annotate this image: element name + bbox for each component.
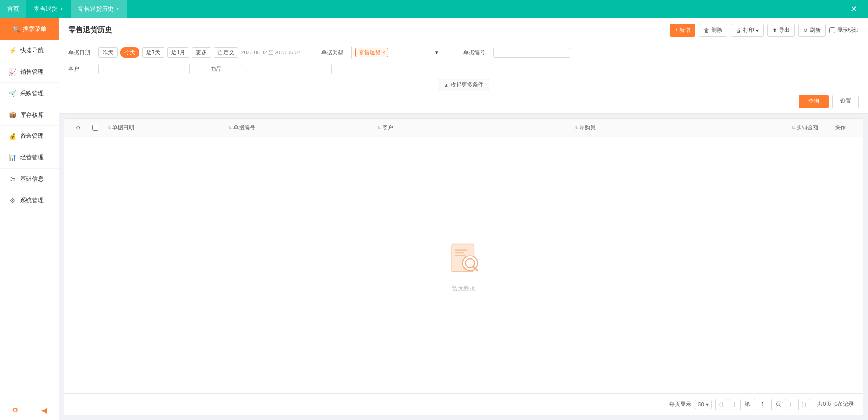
page-size-label: 每页显示 bbox=[669, 400, 691, 408]
tab-home[interactable]: 首页 bbox=[0, 0, 26, 18]
page-label: 第 bbox=[745, 400, 750, 408]
customer-filter-label: 客户 bbox=[68, 65, 91, 73]
sidebar-bottom: ⚙ ◀ bbox=[0, 400, 59, 420]
sidebar-item-sales[interactable]: 📈 销售管理 bbox=[0, 61, 59, 83]
date-filter-label: 单据日期 bbox=[68, 49, 91, 56]
delete-button[interactable]: 🗑 删除 bbox=[699, 24, 727, 37]
main-content: 零售退货历史 + 新增 🗑 删除 🖨 打印 ▾ ⬆ 导出 bbox=[59, 18, 868, 420]
next-page-button[interactable]: ⟩ bbox=[785, 399, 796, 410]
type-filter-label: 单据类型 bbox=[321, 49, 344, 56]
finance-icon: 💰 bbox=[8, 132, 16, 140]
sidebar-item-operations[interactable]: 📊 经营管理 bbox=[0, 147, 59, 169]
th-customer[interactable]: ⇅ 客户 bbox=[374, 124, 570, 132]
page-size-chevron: ▾ bbox=[706, 401, 709, 408]
top-bar-right: ✕ bbox=[847, 4, 868, 14]
table-body: 暂无数据 bbox=[64, 137, 863, 393]
type-tag: 零售退货 × bbox=[355, 48, 388, 57]
th-checkbox[interactable] bbox=[87, 125, 103, 131]
empty-state: 暂无数据 bbox=[443, 238, 484, 292]
date-btn-today[interactable]: 今天 bbox=[120, 47, 139, 58]
tab-retail-return[interactable]: 零售退货 × bbox=[26, 0, 71, 18]
export-button[interactable]: ⬆ 导出 bbox=[767, 24, 795, 37]
query-buttons-row: 查询 设置 bbox=[68, 95, 859, 113]
type-tag-close[interactable]: × bbox=[382, 50, 385, 55]
sort-number-icon: ⇅ bbox=[228, 125, 232, 130]
th-guide[interactable]: ⇅ 导购员 bbox=[570, 124, 720, 132]
customer-filter-select[interactable]: ... bbox=[98, 64, 190, 74]
voucher-filter-label: 单据编号 bbox=[463, 49, 486, 56]
filter-row-2: 客户 ... 商品 ... bbox=[68, 64, 859, 74]
table-header: ⚙ ⇅ 单据日期 ⇅ 单据编号 ⇅ 客户 ⇅ bbox=[64, 119, 863, 137]
print-chevron-icon: ▾ bbox=[756, 27, 759, 34]
page-size-select[interactable]: 50 ▾ bbox=[695, 400, 712, 409]
new-button[interactable]: + 新增 bbox=[670, 24, 695, 37]
sidebar-item-system[interactable]: ⚙ 系统管理 bbox=[0, 190, 59, 211]
sidebar-item-basic-info[interactable]: 🗂 基础信息 bbox=[0, 169, 59, 190]
th-number[interactable]: ⇅ 单据编号 bbox=[225, 124, 374, 132]
toolbar: + 新增 🗑 删除 🖨 打印 ▾ ⬆ 导出 ↺ bbox=[670, 24, 859, 37]
date-btn-more[interactable]: 更多 bbox=[192, 47, 211, 58]
operations-icon: 📊 bbox=[8, 154, 16, 162]
th-amount[interactable]: ⇅ 实销金额 bbox=[720, 124, 822, 132]
voucher-filter-input[interactable] bbox=[493, 48, 570, 58]
date-filter-group: 昨天 今天 近7天 近1月 更多 自定义 2023-06-02 至 2023-0… bbox=[98, 47, 300, 58]
quick-nav-icon: ⚡ bbox=[8, 46, 16, 55]
show-detail-checkbox[interactable] bbox=[829, 27, 835, 33]
last-page-button[interactable]: ⟩⟩ bbox=[798, 399, 810, 410]
page-header-filter: 零售退货历史 + 新增 🗑 删除 🖨 打印 ▾ ⬆ 导出 bbox=[59, 18, 868, 114]
show-detail-checkbox-label[interactable]: 显示明细 bbox=[829, 26, 859, 34]
collapse-sidebar-icon[interactable]: ◀ bbox=[41, 406, 47, 415]
query-button[interactable]: 查询 bbox=[799, 95, 829, 108]
tab-retail-return-history[interactable]: 零售退货历史 × bbox=[71, 0, 127, 18]
empty-illustration bbox=[443, 238, 484, 279]
date-btn-7days[interactable]: 近7天 bbox=[142, 47, 164, 58]
tab-list: 首页 零售退货 × 零售退货历史 × bbox=[0, 0, 847, 18]
close-retail-return-tab[interactable]: × bbox=[60, 6, 63, 12]
date-range-display: 2023-06-02 至 2023-06-02 bbox=[241, 49, 300, 56]
prev-page-button[interactable]: ⟨ bbox=[729, 399, 741, 410]
th-settings[interactable]: ⚙ bbox=[69, 125, 87, 131]
goods-filter-select[interactable]: ... bbox=[241, 64, 332, 74]
date-btn-custom[interactable]: 自定义 bbox=[214, 47, 238, 58]
collapse-icon: ▲ bbox=[444, 82, 449, 88]
pagination-bar: 每页显示 50 ▾ ⟨⟨ ⟨ 第 页 ⟩ ⟩⟩ 共0页, 0条记录 bbox=[64, 393, 863, 415]
sidebar-item-finance[interactable]: 💰 资金管理 bbox=[0, 126, 59, 147]
date-btn-yesterday[interactable]: 昨天 bbox=[98, 47, 118, 58]
collapse-row: ▲ 收起更多条件 bbox=[68, 79, 859, 91]
sidebar-item-inventory[interactable]: 📦 库存核算 bbox=[0, 104, 59, 126]
close-retail-return-history-tab[interactable]: × bbox=[116, 6, 119, 12]
settings-button[interactable]: 设置 bbox=[832, 95, 859, 108]
page-number-input[interactable] bbox=[754, 399, 772, 410]
sidebar-item-purchase[interactable]: 🛒 采购管理 bbox=[0, 83, 59, 104]
date-btn-1month[interactable]: 近1月 bbox=[167, 47, 190, 58]
empty-text: 暂无数据 bbox=[452, 284, 476, 292]
top-bar: 首页 零售退货 × 零售退货历史 × ✕ bbox=[0, 0, 868, 18]
search-menu[interactable]: 🔍 搜索菜单 bbox=[0, 18, 59, 40]
sidebar-item-quick-nav[interactable]: ⚡ 快捷导航 bbox=[0, 40, 59, 61]
refresh-button[interactable]: ↺ 刷新 bbox=[798, 24, 826, 37]
sort-date-icon: ⇅ bbox=[107, 125, 111, 130]
pagination-nav: ⟨⟨ ⟨ 第 页 ⟩ ⟩⟩ bbox=[715, 399, 810, 410]
first-page-button[interactable]: ⟨⟨ bbox=[715, 399, 727, 410]
svg-rect-2 bbox=[455, 252, 464, 254]
settings-bottom-icon[interactable]: ⚙ bbox=[12, 406, 18, 415]
svg-rect-3 bbox=[455, 255, 465, 256]
inventory-icon: 📦 bbox=[8, 111, 16, 119]
page-unit: 页 bbox=[776, 400, 781, 408]
select-all-checkbox[interactable] bbox=[92, 125, 98, 131]
window-close-button[interactable]: ✕ bbox=[847, 4, 861, 14]
type-filter-select[interactable]: 零售退货 × ▾ bbox=[351, 46, 442, 59]
data-table: ⚙ ⇅ 单据日期 ⇅ 单据编号 ⇅ 客户 ⇅ bbox=[64, 118, 863, 415]
print-icon: 🖨 bbox=[736, 27, 741, 34]
sort-guide-icon: ⇅ bbox=[574, 125, 578, 130]
svg-rect-1 bbox=[455, 249, 467, 251]
print-button[interactable]: 🖨 打印 ▾ bbox=[731, 24, 764, 37]
th-date[interactable]: ⇅ 单据日期 bbox=[103, 124, 225, 132]
collapse-filter-button[interactable]: ▲ 收起更多条件 bbox=[438, 79, 490, 91]
column-settings-icon[interactable]: ⚙ bbox=[76, 125, 81, 131]
filter-row-1: 单据日期 昨天 今天 近7天 近1月 更多 自定义 2023-06-02 至 2… bbox=[68, 46, 859, 59]
system-icon: ⚙ bbox=[8, 196, 16, 205]
delete-icon: 🗑 bbox=[704, 27, 709, 34]
total-records: 共0页, 0条记录 bbox=[817, 400, 854, 408]
refresh-icon: ↺ bbox=[803, 27, 808, 34]
